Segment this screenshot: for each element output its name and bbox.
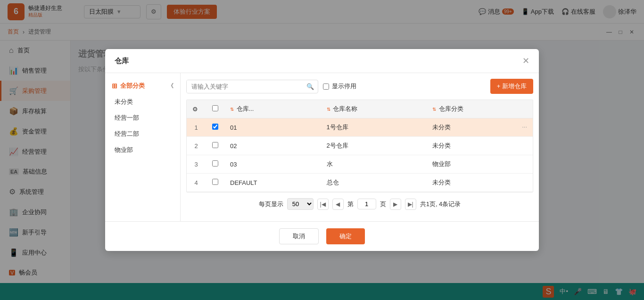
row-code: 03 [224,155,321,174]
row-code: 01 [224,118,321,137]
row-more-icon[interactable]: ··· [522,123,527,130]
row-num: 3 [187,155,206,174]
select-all-checkbox[interactable] [212,105,218,111]
table-row[interactable]: 3 03 水 物业部 [187,155,533,174]
row-name: 总仓 [321,174,427,192]
right-panel: 🔍 显示停用 + 新增仓库 ⚙ [181,73,539,221]
collapse-button[interactable]: 《 [168,82,173,90]
sort-icon: ⇅ [230,107,234,112]
modal-header: 仓库 ✕ [105,49,539,73]
table-header-row: ⚙ ⇅ 仓库... ⇅ 仓库名称 [187,100,533,118]
category-all[interactable]: ⊞ 全部分类 《 [105,78,180,94]
show-disabled-checkbox[interactable] [323,83,329,90]
row-name: 水 [321,155,427,174]
table-wrap: ⚙ ⇅ 仓库... ⇅ 仓库名称 [186,100,533,192]
col-code[interactable]: ⇅ 仓库... [224,100,321,118]
last-page-button[interactable]: ▶| [405,199,416,210]
row-checkbox[interactable] [212,160,218,167]
modal-overlay: 仓库 ✕ ⊞ 全部分类 《 未分类 经营一部 经营二部 物业部 [0,0,644,300]
modal-footer: 取消 确定 [105,221,539,251]
show-disabled-toggle[interactable]: 显示停用 [323,82,356,91]
category-unclassified[interactable]: 未分类 [105,94,180,110]
sort-icon: ⇅ [327,107,330,112]
category-dept2[interactable]: 经营二部 [105,126,180,142]
page-input[interactable]: 1 [357,199,376,209]
category-property[interactable]: 物业部 [105,142,180,158]
add-warehouse-button[interactable]: + 新增仓库 [490,79,533,94]
warehouse-table: ⚙ ⇅ 仓库... ⇅ 仓库名称 [187,100,533,192]
row-code: 02 [224,137,321,155]
col-name[interactable]: ⇅ 仓库名称 [321,100,427,118]
warehouse-modal: 仓库 ✕ ⊞ 全部分类 《 未分类 经营一部 经营二部 物业部 [105,49,539,251]
row-checkbox[interactable] [212,124,218,130]
row-checkbox-cell[interactable] [206,137,224,155]
search-input[interactable] [187,80,303,93]
left-panel: ⊞ 全部分类 《 未分类 经营一部 经营二部 物业部 [105,73,181,221]
prev-page-button[interactable]: ◀ [332,199,344,210]
category-dept1[interactable]: 经营一部 [105,110,180,126]
row-category: 未分类··· [427,118,533,137]
col-gear: ⚙ [187,100,206,118]
table-row[interactable]: 2 02 2号仓库 未分类 [187,137,533,155]
row-name: 1号仓库 [321,118,427,137]
row-code: DEFAULT [224,174,321,192]
table-row[interactable]: 1 01 1号仓库 未分类··· [187,118,533,137]
confirm-button[interactable]: 确定 [326,228,365,244]
next-page-button[interactable]: ▶ [390,199,401,210]
modal-body: ⊞ 全部分类 《 未分类 经营一部 经营二部 物业部 🔍 [105,73,539,221]
col-category[interactable]: ⇅ 仓库分类 [427,100,533,118]
row-num: 4 [187,174,206,192]
table-row[interactable]: 4 DEFAULT 总仓 未分类 [187,174,533,192]
modal-title: 仓库 [115,57,129,66]
row-name: 2号仓库 [321,137,427,155]
row-checkbox-cell[interactable] [206,155,224,174]
col-check [206,100,224,118]
row-category: 未分类 [427,137,533,155]
modal-close-button[interactable]: ✕ [522,56,529,66]
row-checkbox[interactable] [212,179,218,185]
cancel-button[interactable]: 取消 [279,228,319,244]
row-num: 2 [187,137,206,155]
toolbar: 🔍 显示停用 + 新增仓库 [186,79,533,94]
row-category: 物业部 [427,155,533,174]
row-num: 1 [187,118,206,137]
page-size-select[interactable]: 50 100 [287,198,314,210]
first-page-button[interactable]: |◀ [317,199,329,210]
grid-icon: ⊞ [112,82,117,90]
row-checkbox-cell[interactable] [206,118,224,137]
row-category: 未分类 [427,174,533,192]
pagination: 每页显示 50 100 |◀ ◀ 第 1 页 ▶ ▶| 共1页, 4条记录 [186,192,533,216]
row-checkbox-cell[interactable] [206,174,224,192]
sort-icon: ⇅ [432,107,436,112]
search-icon[interactable]: 🔍 [303,83,318,90]
row-checkbox[interactable] [212,142,218,148]
search-box: 🔍 [186,80,318,93]
